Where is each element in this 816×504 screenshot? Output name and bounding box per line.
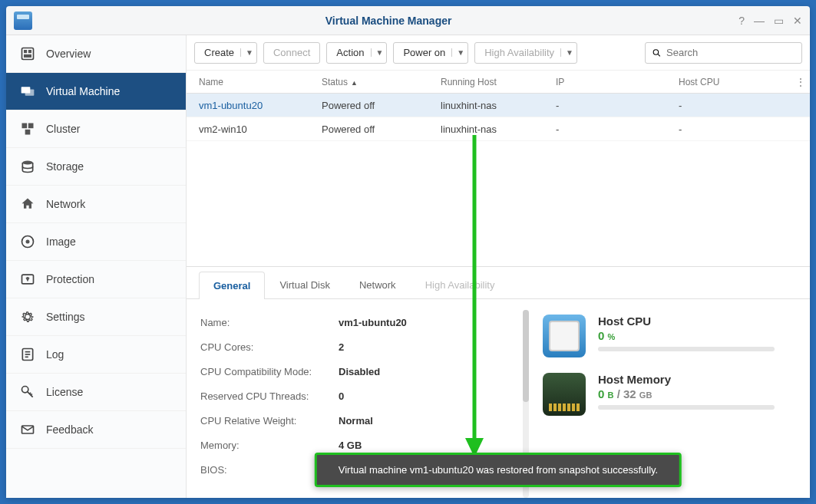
maximize-icon[interactable]: ▭ bbox=[774, 15, 784, 27]
svg-rect-6 bbox=[22, 124, 28, 129]
sidebar-item-storage[interactable]: Storage bbox=[6, 148, 186, 186]
titlebar: Virtual Machine Manager ? — ▭ ✕ bbox=[6, 6, 810, 35]
cluster-icon bbox=[20, 121, 35, 137]
power-button[interactable]: Power on▼ bbox=[393, 42, 468, 64]
toast-notification: Virtual machine vm1-ubuntu20 was restore… bbox=[315, 453, 682, 487]
svg-point-9 bbox=[22, 161, 32, 165]
sidebar-item-label: Virtual Machine bbox=[46, 85, 120, 97]
svg-rect-3 bbox=[24, 54, 31, 58]
sidebar-item-log[interactable]: Log bbox=[6, 336, 186, 374]
app-icon bbox=[14, 12, 32, 30]
sidebar-item-label: Storage bbox=[46, 160, 84, 173]
sidebar-item-virtual-machine[interactable]: Virtual Machine bbox=[6, 73, 186, 110]
chevron-down-icon[interactable]: ▼ bbox=[451, 48, 464, 57]
chevron-down-icon[interactable]: ▼ bbox=[240, 48, 253, 57]
sidebar-item-settings[interactable]: Settings bbox=[6, 298, 186, 336]
memory-icon bbox=[543, 373, 586, 416]
help-icon[interactable]: ? bbox=[738, 15, 745, 27]
search-icon bbox=[652, 48, 662, 58]
sidebar-item-label: Cluster bbox=[46, 123, 80, 135]
envelope-icon bbox=[20, 422, 35, 437]
sidebar-item-label: Network bbox=[46, 198, 85, 210]
key-icon bbox=[20, 384, 35, 400]
metric-memory: Host Memory 0 B / 32 GB bbox=[543, 373, 796, 416]
app-window: Virtual Machine Manager ? — ▭ ✕ Overview… bbox=[6, 6, 810, 498]
chevron-down-icon: ▼ bbox=[560, 48, 573, 57]
sidebar-item-license[interactable]: License bbox=[6, 374, 186, 411]
close-icon[interactable]: ✕ bbox=[793, 15, 802, 27]
chevron-down-icon: ▼ bbox=[371, 48, 384, 57]
table-body: vm1-ubuntu20 Powered off linuxhint-nas -… bbox=[187, 94, 810, 266]
network-icon bbox=[20, 196, 35, 212]
tabs: General Virtual Disk Network High Availa… bbox=[187, 267, 810, 299]
tab-virtual-disk[interactable]: Virtual Disk bbox=[265, 271, 345, 298]
connect-button[interactable]: Connect bbox=[263, 42, 320, 64]
ha-button[interactable]: High Availability▼ bbox=[474, 42, 577, 64]
svg-point-19 bbox=[653, 49, 659, 54]
tab-high-availability: High Availability bbox=[411, 271, 510, 298]
window-title: Virtual Machine Manager bbox=[38, 15, 738, 27]
col-status[interactable]: Status▲ bbox=[317, 77, 436, 87]
svg-line-20 bbox=[658, 54, 660, 56]
vm-icon bbox=[20, 84, 35, 99]
col-name[interactable]: Name bbox=[194, 77, 317, 87]
tab-general[interactable]: General bbox=[199, 272, 265, 299]
protection-icon bbox=[20, 272, 35, 287]
search-box[interactable] bbox=[645, 42, 802, 64]
svg-rect-7 bbox=[28, 124, 34, 129]
sidebar-item-label: Overview bbox=[46, 48, 91, 60]
scrollbar-thumb[interactable] bbox=[523, 310, 529, 402]
action-button[interactable]: Action▼ bbox=[326, 42, 387, 64]
body: Overview Virtual Machine Cluster Storage… bbox=[6, 35, 810, 498]
storage-icon bbox=[20, 159, 35, 174]
mem-bar bbox=[598, 405, 775, 410]
sidebar-item-protection[interactable]: Protection bbox=[6, 261, 186, 298]
col-host[interactable]: Running Host bbox=[436, 77, 551, 87]
sidebar-item-feedback[interactable]: Feedback bbox=[6, 411, 186, 449]
image-icon bbox=[20, 234, 35, 249]
main: Create▼ Connect Action▼ Power on▼ High A… bbox=[187, 35, 810, 498]
gear-icon bbox=[20, 309, 35, 324]
svg-point-11 bbox=[26, 240, 30, 244]
svg-rect-2 bbox=[28, 50, 31, 53]
create-button[interactable]: Create▼ bbox=[194, 42, 257, 64]
minimize-icon[interactable]: — bbox=[754, 15, 765, 27]
svg-rect-8 bbox=[25, 130, 31, 135]
svg-rect-1 bbox=[24, 50, 27, 53]
sidebar-item-overview[interactable]: Overview bbox=[6, 35, 186, 73]
sidebar-item-image[interactable]: Image bbox=[6, 223, 186, 261]
tab-network[interactable]: Network bbox=[345, 271, 411, 298]
cpu-icon bbox=[543, 315, 586, 357]
cpu-bar bbox=[598, 347, 775, 351]
col-more-icon[interactable]: ⋮ bbox=[791, 77, 802, 87]
toolbar: Create▼ Connect Action▼ Power on▼ High A… bbox=[187, 35, 810, 71]
sidebar-item-label: Log bbox=[46, 348, 64, 361]
table-row[interactable]: vm2-win10 Powered off linuxhint-nas - - bbox=[187, 117, 810, 141]
sidebar: Overview Virtual Machine Cluster Storage… bbox=[6, 35, 187, 498]
table-row[interactable]: vm1-ubuntu20 Powered off linuxhint-nas -… bbox=[187, 94, 810, 117]
col-ip[interactable]: IP bbox=[551, 77, 674, 87]
col-cpu[interactable]: Host CPU bbox=[674, 77, 791, 87]
svg-rect-5 bbox=[25, 90, 35, 96]
metric-cpu: Host CPU 0 % bbox=[543, 315, 796, 357]
sidebar-item-cluster[interactable]: Cluster bbox=[6, 110, 186, 148]
sidebar-item-label: Protection bbox=[46, 273, 94, 285]
sidebar-item-label: Feedback bbox=[46, 423, 93, 436]
sidebar-item-label: License bbox=[46, 386, 83, 398]
sidebar-item-network[interactable]: Network bbox=[6, 186, 186, 223]
window-controls: ? — ▭ ✕ bbox=[738, 15, 802, 27]
sidebar-item-label: Image bbox=[46, 236, 76, 248]
sort-asc-icon: ▲ bbox=[351, 79, 358, 87]
table-header: Name Status▲ Running Host IP Host CPU ⋮ bbox=[187, 71, 810, 94]
overview-icon bbox=[20, 46, 35, 61]
sidebar-item-label: Settings bbox=[46, 311, 85, 323]
svg-rect-0 bbox=[22, 48, 34, 60]
search-input[interactable] bbox=[666, 47, 795, 58]
log-icon bbox=[20, 347, 35, 362]
